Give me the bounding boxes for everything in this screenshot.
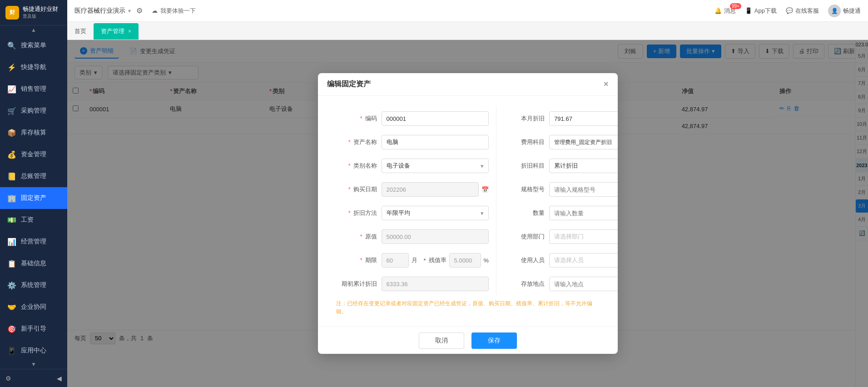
app-center-icon: 📱: [7, 347, 16, 355]
company-title: 医疗器械行业演示 ▾: [74, 7, 131, 15]
dep-category-value: 累计折旧: [554, 162, 578, 170]
sidebar-item-ledger[interactable]: 📒 总账管理: [0, 165, 67, 187]
depreciation-method-label: 折旧方法: [353, 209, 377, 216]
sidebar-item-label: 采购管理: [21, 107, 46, 115]
expense-category-select[interactable]: 管理费用_固定资产折旧 ▾: [549, 135, 617, 149]
form-grid: * 编码 * 资产名称: [329, 107, 607, 296]
depreciation-method-value: 年限平均: [387, 209, 410, 217]
category-select[interactable]: 电子设备 ▾: [382, 159, 489, 173]
download-icon: 📱: [745, 7, 752, 14]
category-select-arrow: ▾: [481, 163, 484, 169]
initial-dep-input[interactable]: [382, 277, 489, 291]
sidebar-item-label: 系统管理: [21, 281, 46, 289]
residual-rate-input[interactable]: [449, 253, 481, 268]
sidebar-item-inventory[interactable]: 📦 库存核算: [0, 122, 67, 144]
header-right: 🔔 消息 99+ 📱 App下载 💬 在线客服 👤 畅捷通: [714, 5, 861, 17]
experience-button[interactable]: ☁ 我要体验一下: [152, 7, 196, 15]
sidebar-item-label: 销售管理: [21, 85, 46, 93]
notifications-button[interactable]: 🔔 消息 99+: [714, 7, 736, 15]
collapse-icon[interactable]: ◀: [57, 375, 62, 382]
sidebar-item-enterprise[interactable]: 🤝 企业协同: [0, 296, 67, 318]
settings-icon[interactable]: ⚙: [5, 375, 11, 382]
sidebar-item-label: 资金管理: [21, 150, 46, 159]
user-profile-button[interactable]: 👤 畅捷通: [828, 5, 861, 17]
tab-home[interactable]: 首页: [67, 23, 94, 40]
dep-category-select[interactable]: 累计折旧 ▾: [549, 159, 617, 173]
tabs-bar: 首页 资产管理 ×: [67, 22, 868, 40]
quantity-input[interactable]: [549, 206, 617, 220]
app-name: 畅捷通好业财: [23, 5, 58, 13]
modal-close-button[interactable]: ×: [604, 79, 609, 89]
period-input[interactable]: [382, 253, 409, 268]
avatar: 👤: [828, 5, 841, 17]
form-row-spec: 规格型号: [496, 178, 617, 201]
tab-asset-management[interactable]: 资产管理 ×: [94, 23, 139, 40]
sidebar-item-search[interactable]: 🔍 搜索菜单: [0, 35, 67, 56]
service-icon: 💬: [786, 7, 793, 14]
department-select[interactable]: 请选择部门 ▾: [549, 229, 617, 244]
payroll-icon: 💵: [7, 216, 16, 224]
depreciation-method-select[interactable]: 年限平均 ▾: [382, 206, 489, 220]
sidebar-item-operations[interactable]: 📊 经营管理: [0, 231, 67, 253]
inventory-icon: 📦: [7, 129, 16, 137]
sidebar-item-purchase[interactable]: 🛒 采购管理: [0, 100, 67, 122]
sidebar-item-quick-nav[interactable]: ⚡ 快捷导航: [0, 56, 67, 78]
location-input[interactable]: [549, 277, 617, 291]
modal-note: 注：已经存在变更记录或者对应固定资产已经生成凭证，原值、购买日期、残值率、累计折…: [329, 296, 607, 319]
form-left-col: * 编码 * 资产名称: [329, 107, 496, 296]
app-download-button[interactable]: 📱 App下载: [745, 7, 777, 15]
sidebar: 财 畅捷通好业财 普及版 ▲ 🔍 搜索菜单 ⚡ 快捷导航 📈 销售管理 🛒 采购…: [0, 0, 67, 387]
calendar-icon[interactable]: 📅: [481, 186, 489, 193]
form-row-original-value: * 原值: [329, 225, 496, 248]
sidebar-scroll-down[interactable]: ▼: [0, 360, 67, 369]
sidebar-item-guide[interactable]: 🎯 新手引导: [0, 318, 67, 340]
operations-icon: 📊: [7, 238, 16, 246]
sidebar-item-label: 搜索菜单: [21, 41, 46, 50]
sidebar-item-label: 总账管理: [21, 172, 46, 180]
sidebar-item-payroll[interactable]: 💵 工资: [0, 209, 67, 231]
form-row-asset-name: * 资产名称: [329, 130, 496, 154]
asset-name-input[interactable]: [382, 135, 489, 149]
sidebar-item-app-center[interactable]: 📱 应用中心: [0, 340, 67, 360]
sidebar-item-basic-info[interactable]: 📋 基础信息: [0, 253, 67, 274]
user-select[interactable]: 请选择人员 ▾: [549, 253, 617, 268]
sidebar-item-label: 应用中心: [21, 347, 46, 355]
cancel-button[interactable]: 取消: [419, 332, 464, 349]
form-row-purchase-date: * 购买日期 📅: [329, 178, 496, 201]
sidebar-scroll-up[interactable]: ▲: [0, 25, 67, 35]
settings-button[interactable]: ⚙: [136, 6, 143, 15]
modal-overlay: 编辑固定资产 × * 编码: [67, 40, 868, 387]
top-header: 医疗器械行业演示 ▾ ⚙ ☁ 我要体验一下 🔔 消息 99+ 📱 App下载 💬…: [67, 0, 868, 22]
form-row-period: * 期限 月 * 残值率 %: [329, 248, 496, 272]
category-label: 类别名称: [353, 162, 377, 169]
code-input[interactable]: [382, 111, 489, 126]
company-chevron-icon[interactable]: ▾: [128, 8, 131, 14]
form-row-code: * 编码: [329, 107, 496, 130]
sidebar-bottom: ⚙ ◀: [0, 369, 67, 387]
sidebar-item-funds[interactable]: 💰 资金管理: [0, 144, 67, 165]
sidebar-item-fixed-assets[interactable]: 🏢 固定资产: [0, 187, 67, 209]
period-label: 期限: [365, 257, 377, 263]
modal-body: * 编码 * 资产名称: [318, 96, 618, 327]
customer-service-button[interactable]: 💬 在线客服: [786, 7, 819, 15]
notifications-badge: 99+: [730, 3, 741, 9]
spec-input[interactable]: [549, 182, 617, 197]
form-row-initial-dep: 期初累计折旧: [329, 272, 496, 296]
original-value-input[interactable]: [382, 229, 489, 244]
ledger-icon: 📒: [7, 172, 16, 181]
category-select-value: 电子设备: [387, 162, 410, 170]
monthly-dep-input[interactable]: [549, 111, 617, 126]
form-row-quantity: 数量: [496, 201, 617, 225]
sidebar-item-sales[interactable]: 📈 销售管理: [0, 78, 67, 100]
save-button[interactable]: 保存: [471, 332, 517, 349]
expense-category-label: 费用科目: [521, 139, 545, 145]
location-label: 存放地点: [521, 280, 545, 287]
purchase-date-input[interactable]: [382, 182, 479, 197]
modal-footer: 取消 保存: [318, 327, 618, 354]
app-download-label: App下载: [754, 7, 777, 15]
depreciation-method-arrow: ▾: [481, 210, 484, 217]
tab-close-icon[interactable]: ×: [128, 28, 131, 35]
sidebar-item-label: 快捷导航: [21, 63, 46, 71]
original-value-label: 原值: [365, 233, 377, 240]
sidebar-item-system[interactable]: ⚙️ 系统管理: [0, 274, 67, 296]
